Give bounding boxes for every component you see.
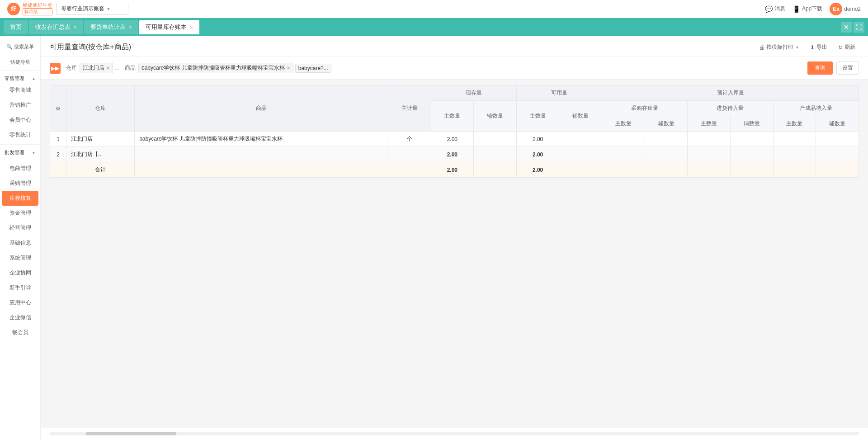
settings-btn[interactable]: 设置 [836, 61, 859, 75]
sidebar-item-retail-mall[interactable]: 零售商城 [0, 83, 40, 98]
sidebar-item-newguide[interactable]: 新手引导 [0, 280, 40, 295]
export-btn[interactable]: ⬇ 导出 [807, 42, 831, 53]
company-name: 母婴行业演示账套 [61, 5, 104, 13]
horizontal-scroll-track[interactable] [50, 432, 859, 435]
sidebar-item-retail[interactable]: 零售管理 ▲ [0, 72, 40, 83]
table-row: 1 江北门店 babycare学饮杯 儿童防摔防撞吸管杯重力球吸嘴杯宝宝水杯 个… [50, 132, 859, 147]
table-available-header: 可用量 [516, 85, 602, 101]
row-incoming-main [688, 132, 731, 147]
sidebar-item-inventory[interactable]: 库存核算 [2, 191, 38, 206]
sidebar-item-members[interactable]: 会员中心 [0, 113, 40, 127]
sidebar-item-member[interactable]: 畅会员 [0, 325, 40, 340]
tab-receipts[interactable]: 收发存汇总表 ✕ [29, 20, 83, 34]
user-menu[interactable]: Ea demo2 [830, 3, 861, 15]
subtotal-avail-main: 2.00 [516, 147, 559, 162]
sidebar-item-basic-info[interactable]: 基础信息 [0, 236, 40, 250]
phone-icon: 📱 [793, 5, 800, 13]
data-table: ⚙ 仓库 商品 主计量 现存量 可用量 预计入库量 主数量 辅数量 主数量 辅数… [50, 85, 859, 178]
subtotal-incoming-main [688, 147, 731, 162]
chevron-down-icon-print: ▼ [795, 45, 799, 50]
row-pur-transit-aux [645, 132, 688, 147]
product-tag-1[interactable]: babycare学饮杯 儿童防摔防撞吸管杯重力球吸嘴杯宝宝水杯 ✕ [138, 63, 293, 73]
warehouse-tag-remove[interactable]: ✕ [106, 66, 110, 71]
filter-expand-btn[interactable]: ▶▶ [50, 63, 61, 74]
fullscreen-btn[interactable]: ⛶ [854, 22, 864, 33]
footer-stock-main: 2.00 [431, 162, 474, 178]
sidebar-item-corpwechat[interactable]: 企业微信 [0, 310, 40, 325]
tab-order-stats-close[interactable]: ✕ [128, 25, 132, 30]
top-bar-left: 好 畅捷通好生意 标准版 母婴行业演示账套 ▼ [7, 2, 128, 15]
row-stock-aux [474, 132, 517, 147]
refresh-btn[interactable]: ↻ 刷新 [835, 42, 859, 53]
warehouse-tag-value: 江北门店 [83, 64, 104, 72]
sidebar-item-operations[interactable]: 经营管理 [0, 221, 40, 236]
row-stock-main: 2.00 [431, 132, 474, 147]
row-prod-aux [816, 132, 859, 147]
footer-stock-aux [474, 162, 517, 178]
horizontal-scroll-thumb[interactable] [86, 432, 176, 435]
tab-available-stock-close[interactable]: ✕ [189, 25, 193, 30]
sidebar-item-retail-stats[interactable]: 零售统计 [0, 127, 40, 142]
table-available-main-col: 主数量 [516, 101, 559, 132]
sidebar-item-ecommerce[interactable]: 电商管理 [0, 161, 40, 176]
sidebar-quick-nav[interactable]: 快捷导航 [0, 56, 40, 68]
warehouse-tag[interactable]: 江北门店 ✕ [80, 63, 113, 73]
top-bar: 好 畅捷通好生意 标准版 母婴行业演示账套 ▼ 💬 消息 📱 App下载 Ea … [0, 0, 868, 18]
row-avail-aux [559, 132, 602, 147]
subtotal-prod-aux [816, 147, 859, 162]
sidebar-item-marketing[interactable]: 营销推广 [0, 98, 40, 113]
product-tag-1-remove[interactable]: ✕ [287, 66, 290, 71]
refresh-label: 刷新 [844, 43, 855, 51]
filter-actions: 查询 设置 [807, 61, 859, 75]
query-btn[interactable]: 查询 [807, 61, 833, 75]
filter-more-indicator[interactable]: ... [115, 65, 119, 71]
refresh-icon: ↻ [838, 44, 843, 51]
footer-empty-3 [388, 162, 431, 178]
nav-right-buttons: ✕ ⛶ [841, 22, 864, 33]
table-prod-pending-aux: 辅数量 [816, 116, 859, 132]
sidebar-item-appcenter[interactable]: 应用中心 [0, 295, 40, 310]
subtotal-incoming-aux [730, 147, 773, 162]
tab-available-stock[interactable]: 可用量库存账本 ✕ [139, 20, 199, 34]
user-avatar: Ea [830, 3, 842, 15]
tab-receipts-close[interactable]: ✕ [73, 25, 77, 30]
print-btn[interactable]: 🖨 按模板打印 ▼ [755, 42, 803, 53]
subtotal-unit [388, 147, 431, 162]
tab-receipts-label: 收发存汇总表 [35, 23, 71, 31]
table-product-col: 商品 [135, 85, 388, 132]
sidebar-item-wholesale[interactable]: 批发管理 ▼ [0, 146, 40, 157]
footer-avail-main: 2.00 [516, 162, 559, 178]
user-avatar-letter: Ea [833, 6, 840, 12]
sidebar-item-purchase[interactable]: 采购管理 [0, 176, 40, 191]
row-product: babycare学饮杯 儿童防摔防撞吸管杯重力球吸嘴杯宝宝水杯 [135, 132, 388, 147]
logo-area: 好 畅捷通好生意 标准版 [7, 2, 52, 15]
message-btn[interactable]: 💬 消息 [765, 5, 785, 13]
app-download-btn[interactable]: 📱 App下载 [793, 5, 822, 13]
tab-order-stats[interactable]: 要货单统计表 ✕ [84, 20, 138, 34]
company-selector[interactable]: 母婴行业演示账套 ▼ [56, 3, 128, 15]
sidebar-divider-1 [0, 70, 40, 71]
sidebar-item-collab[interactable]: 企业协同 [0, 265, 40, 280]
tab-home[interactable]: 首页 [4, 20, 28, 34]
subtotal-index: 2 [50, 147, 66, 162]
close-all-tabs-btn[interactable]: ✕ [841, 22, 852, 33]
footer-pur-transit-aux [645, 162, 688, 178]
export-icon: ⬇ [810, 44, 815, 51]
warehouse-label: 仓库 [66, 64, 77, 72]
row-incoming-aux [730, 132, 773, 147]
sidebar-search[interactable]: 🔍 搜索菜单 [0, 40, 40, 54]
table-purchase-transit-header: 采购在途量 [602, 101, 688, 116]
search-icon: 🔍 [6, 44, 13, 49]
row-unit: 个 [388, 132, 431, 147]
page-actions: 🖨 按模板打印 ▼ ⬇ 导出 ↻ 刷新 [755, 42, 859, 53]
table-warehouse-col: 仓库 [66, 85, 135, 132]
product-tag-2[interactable]: babycare?... [295, 64, 331, 73]
footer-incoming-main [688, 162, 731, 178]
chevron-down-icon-wholesale: ▼ [32, 151, 36, 155]
sidebar-quick-nav-label: 快捷导航 [10, 59, 30, 65]
product-label: 商品 [125, 64, 136, 72]
table-available-aux-col: 辅数量 [559, 101, 602, 132]
row-prod-main [773, 132, 816, 147]
sidebar-item-finance[interactable]: 资金管理 [0, 206, 40, 221]
sidebar-item-system[interactable]: 系统管理 [0, 250, 40, 265]
